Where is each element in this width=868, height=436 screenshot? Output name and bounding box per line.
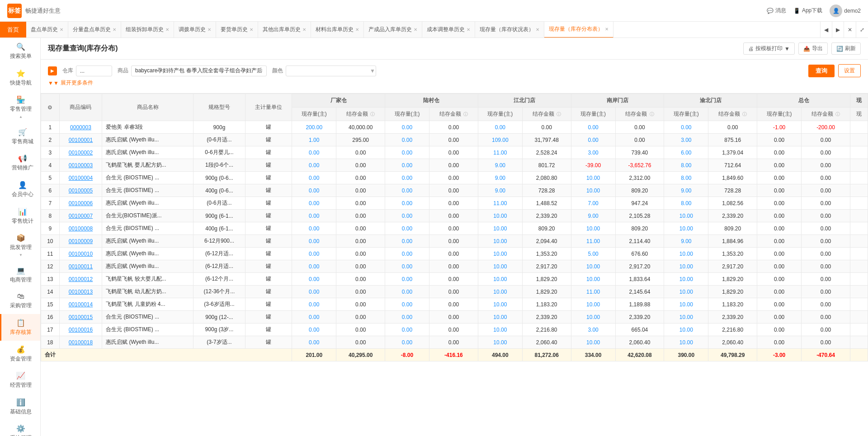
row-unit: 罐 — [245, 260, 292, 273]
main-layout: 🔍 搜索英单 ⭐ 快捷导航 🏪 零售管理 ▲ 🛒 零售商城 📢 营销推广 👤 会… — [0, 38, 868, 436]
tab-close-all[interactable]: ✕ — [844, 22, 856, 38]
row-l-qty: 0.00 — [385, 222, 429, 235]
col-jiangbei-header: 江北门店 — [478, 94, 571, 108]
sidebar-item-label: 会员中心 — [12, 191, 33, 198]
sidebar-item-nav[interactable]: ⭐ 快捷导航 — [0, 65, 40, 91]
tab-prev[interactable]: ◀ — [820, 22, 832, 38]
row-l-amt: 0.00 — [429, 184, 478, 197]
gear-icon: ⚙️ — [16, 424, 25, 433]
col-l-amt: 结存金额 ⓘ — [429, 108, 478, 121]
row-na-qty: 9.00 — [571, 210, 615, 222]
user-menu[interactable]: 👤 demo2 — [830, 5, 861, 17]
row-l-qty: 0.00 — [385, 121, 429, 134]
tab-expand[interactable]: ⤢ — [856, 22, 868, 38]
sidebar-item-retail[interactable]: 🏪 零售管理 ▲ — [0, 91, 40, 123]
refresh-btn[interactable]: 🔄 刷新 — [831, 42, 861, 55]
tab-close-10[interactable]: ✕ — [536, 27, 539, 32]
row-code: 00100001 — [59, 134, 102, 146]
table-container[interactable]: ⚙ 商品编码 商品名称 规格型号 主计量单位 厂家仓 陆村仓 江北门店 南岸门店… — [41, 94, 868, 436]
row-spec: (6-12个月... — [193, 273, 245, 286]
tab-chengben[interactable]: 成本调整单历史 ✕ — [422, 22, 475, 38]
row-l-amt: 0.00 — [429, 286, 478, 298]
row-jb-qty: 10.00 — [478, 235, 522, 248]
tab-fenpan[interactable]: 分量盘点单历史 ✕ — [68, 22, 121, 38]
tab-xiancun-dist[interactable]: 现存量（库存分布表） ✕ — [544, 22, 613, 38]
sidebar-item-wholesale[interactable]: 📦 批发管理 ▼ — [0, 229, 40, 262]
sidebar-item-basic[interactable]: ℹ️ 基础信息 — [0, 394, 40, 420]
app-download-btn[interactable]: 📱 App下载 — [793, 7, 822, 14]
tab-close-5[interactable]: ✕ — [250, 27, 253, 32]
sidebar-item-mall[interactable]: 🛒 零售商城 — [0, 123, 40, 150]
tab-chanpin[interactable]: 产成品入库单历史 ✕ — [364, 22, 422, 38]
row-total-qty: 0.00 — [757, 248, 802, 260]
tab-close-9[interactable]: ✕ — [467, 27, 470, 32]
row-l-qty: 0.00 — [385, 273, 429, 286]
tab-close-2[interactable]: ✕ — [113, 27, 116, 32]
query-button[interactable]: 查询 — [808, 65, 835, 77]
tab-xiancun-status[interactable]: 现存量（库存状况表） ✕ — [475, 22, 544, 38]
tab-close-6[interactable]: ✕ — [302, 27, 306, 32]
sidebar-item-label: 库存核算 — [10, 329, 32, 336]
sidebar-item-business[interactable]: 📈 经营管理 — [0, 367, 40, 394]
setting-button[interactable]: 设置 — [838, 64, 861, 77]
sidebar-item-finance[interactable]: 💰 资金管理 — [0, 341, 40, 367]
tab-close[interactable]: ✕ — [60, 27, 63, 32]
tab-close-3[interactable]: ✕ — [165, 27, 169, 32]
row-name: 飞鹤星飞帆 较大婴儿配... — [102, 273, 193, 286]
row-yb-amt: 712.64 — [708, 159, 757, 172]
row-total-amt: 0.00 — [802, 235, 850, 248]
row-unit: 罐 — [245, 298, 292, 311]
row-total-amt: 0.00 — [802, 134, 850, 146]
row-na-amt: 2,060.40 — [615, 336, 664, 349]
export-btn[interactable]: 📤 导出 — [798, 42, 828, 55]
sidebar-item-label: 基础信息 — [10, 408, 32, 416]
row-yb-amt: 1,829.20 — [708, 273, 757, 286]
tab-home[interactable]: 首页 — [0, 22, 26, 38]
col-f-amt: 结存金额 ⓘ — [336, 108, 385, 121]
tab-close-11[interactable]: ✕ — [605, 27, 609, 32]
row-na-amt: 0.00 — [615, 134, 664, 146]
tab-pandian[interactable]: 盘点单历史 ✕ — [26, 22, 68, 38]
row-total-qty: 0.00 — [757, 286, 802, 298]
sidebar-item-purchase[interactable]: 🛍 采购管理 — [0, 288, 40, 314]
tab-next[interactable]: ▶ — [832, 22, 844, 38]
sidebar-item-member[interactable]: 👤 会员中心 — [0, 176, 40, 203]
table-row: 11 00100010 惠氏启赋 (Wyeth illu... (6-12月适.… — [41, 248, 868, 260]
color-input[interactable] — [286, 66, 376, 76]
row-code: 00100003 — [59, 159, 102, 172]
tab-qita[interactable]: 其他出库单历史 ✕ — [258, 22, 311, 38]
summary-na-amt: 42,620.08 — [615, 349, 664, 361]
sidebar-item-marketing[interactable]: 📢 营销推广 — [0, 150, 40, 176]
row-code: 00100015 — [59, 311, 102, 323]
row-total-qty: 0.00 — [757, 172, 802, 184]
sidebar-item-retail-stats[interactable]: 📊 零售统计 — [0, 203, 40, 230]
row-total-qty: 0.00 — [757, 134, 802, 146]
row-jb-qty: 11.00 — [478, 197, 522, 210]
message-btn[interactable]: 💬 消息 — [767, 7, 786, 14]
row-unit: 罐 — [245, 210, 292, 222]
sidebar-item-system[interactable]: ⚙️ 系统管理 — [0, 420, 40, 436]
tab-diaob[interactable]: 调拨单历史 ✕ — [174, 22, 216, 38]
row-na-amt: 1,189.88 — [615, 298, 664, 311]
warehouse-input[interactable] — [76, 66, 112, 76]
row-name: 合生元 (BIOSTIME) ... — [102, 222, 193, 235]
tab-close-8[interactable]: ✕ — [414, 27, 417, 32]
product-input[interactable] — [131, 66, 267, 76]
sidebar-item-search[interactable]: 🔍 搜索英单 — [0, 38, 40, 65]
row-code: 0000003 — [59, 121, 102, 134]
toggle-filter-btn[interactable]: ▶ — [48, 66, 57, 75]
sidebar-item-ecommerce[interactable]: 💻 电商管理 — [0, 262, 40, 288]
col-f-qty: 现存量(主) — [292, 108, 336, 121]
table-row: 1 0000003 爱他美 卓睿3段 900g 罐 200.00 40,000.… — [41, 121, 868, 134]
tab-yaohuo[interactable]: 要货单历史 ✕ — [216, 22, 258, 38]
tab-close-7[interactable]: ✕ — [355, 27, 359, 32]
tab-cailiao[interactable]: 材料出库单历史 ✕ — [311, 22, 364, 38]
tab-zuchaipu[interactable]: 组装拆卸单历史 ✕ — [121, 22, 174, 38]
sidebar-item-inventory[interactable]: 📋 库存核算 — [0, 314, 40, 341]
print-btn[interactable]: 🖨 按模板打印 ▼ — [743, 42, 795, 55]
tab-close-4[interactable]: ✕ — [208, 27, 211, 32]
row-total-qty: 0.00 — [757, 273, 802, 286]
row-name: 合生元 (BIOSTIME) ... — [102, 172, 193, 184]
expand-filter-btn[interactable]: ▼▼ 展开更多条件 — [48, 77, 861, 89]
row-code: 00100005 — [59, 184, 102, 197]
